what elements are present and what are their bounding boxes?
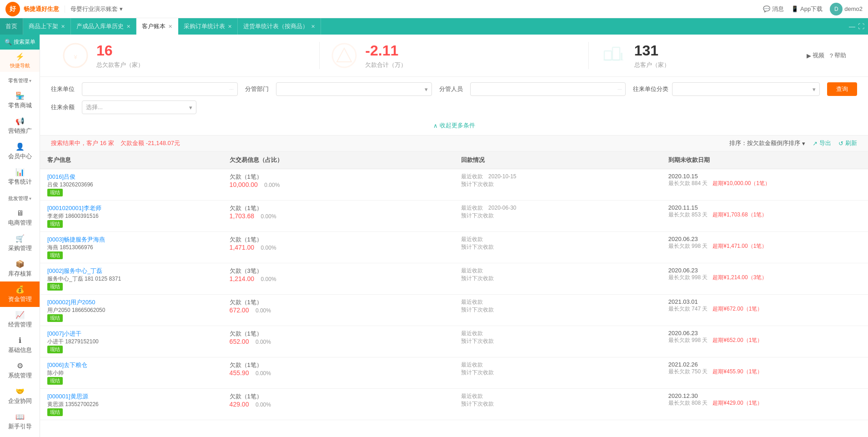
sidebar-item-app-center[interactable]: 🔧 应用中心 xyxy=(0,434,40,437)
debt-amount[interactable]: 10,000.00 xyxy=(230,181,258,188)
from-unit-input[interactable]: ··· xyxy=(82,82,238,96)
unit-class-select[interactable]: ▾ xyxy=(672,82,820,96)
filter-area: 往来单位 ··· 分管部门 ▾ 分管人员 ··· xyxy=(40,77,868,136)
sidebar-item-retail-mall[interactable]: 🏪 零售商城 xyxy=(0,88,40,113)
overdue-link[interactable]: 超期¥1,214.00（3笔） xyxy=(712,274,767,281)
sidebar-item-retail-stats[interactable]: 📊 零售统计 xyxy=(0,164,40,190)
recovery-cell: 最近收款 2020-10-15 预计下次收款 xyxy=(454,169,661,201)
next-payment-label: 预计下次收款 xyxy=(461,243,653,251)
overdue-days: 最长欠款 853 天 xyxy=(668,211,708,218)
debt-amount[interactable]: 652.00 xyxy=(230,338,249,345)
person-input[interactable]: ··· xyxy=(470,82,626,96)
user-profile[interactable]: D demo2 xyxy=(830,3,863,15)
tab-product-shelf[interactable]: 商品上下架 ✕ xyxy=(23,18,71,35)
sidebar-item-wholesale-mgmt[interactable]: 批发管理 ▾ xyxy=(0,191,40,206)
app-download-btn[interactable]: 📱 App下载 xyxy=(791,5,823,13)
customer-name[interactable]: [0016]吕俊 xyxy=(47,173,215,181)
debt-amount[interactable]: 672.00 xyxy=(230,306,249,314)
next-payment-label: 预计下次收款 xyxy=(461,369,653,377)
customer-name[interactable]: [0003]畅捷服务尹海燕 xyxy=(47,236,215,244)
tab-close-icon[interactable]: ✕ xyxy=(61,24,65,30)
overdue-link[interactable]: 超期¥429.00（1笔） xyxy=(712,400,763,406)
debt-amount[interactable]: 455.90 xyxy=(230,369,249,377)
refresh-btn[interactable]: ↺ 刷新 xyxy=(838,139,857,147)
customer-name[interactable]: [0001020001]李老师 xyxy=(47,204,215,212)
debt-amount[interactable]: 1,471.00 xyxy=(230,244,255,251)
tab-stock-history[interactable]: 产成品入库单历史 ✕ xyxy=(71,18,136,35)
customer-name[interactable]: [000001]黄思源 xyxy=(47,392,215,401)
sidebar-item-ecommerce[interactable]: 🖥 电商管理 xyxy=(0,206,40,231)
sidebar-item-basic-info[interactable]: ℹ 基础信息 xyxy=(0,332,40,358)
sidebar-item-member[interactable]: 👤 会员中心 xyxy=(0,139,40,164)
video-btn[interactable]: ▶ 视频 xyxy=(807,51,824,60)
next-payment-label: 预计下次收款 xyxy=(461,212,653,220)
tab-close-icon[interactable]: ✕ xyxy=(228,24,232,30)
dept-select[interactable]: ▾ xyxy=(276,82,432,96)
overdue-link[interactable]: 超期¥672.00（1笔） xyxy=(712,306,763,312)
overdue-days: 最长欠款 884 天 xyxy=(668,180,708,186)
sidebar-item-marketing[interactable]: 📢 营销推广 xyxy=(0,113,40,139)
help-btn[interactable]: ? 帮助 xyxy=(830,51,846,60)
tab-close-icon[interactable]: ✕ xyxy=(126,24,130,30)
sidebar-item-collab[interactable]: 🤝 企业协同 xyxy=(0,383,40,409)
customer-table: 客户信息 欠交易信息（占比） 回款情况 到期未收款日期 [0016]吕俊 吕俊 … xyxy=(40,151,868,420)
recovery-cell: 最近收款 预计下次收款 xyxy=(454,263,661,295)
table-row: [0006]去下粮仓 陈小帅 现结 欠款（1笔） 455.90 0.00% 最近… xyxy=(40,357,868,389)
customer-name[interactable]: [0006]去下粮仓 xyxy=(47,361,215,369)
tab-home[interactable]: 首页 xyxy=(0,18,23,35)
overdue-link[interactable]: 超期¥10,000.00（1笔） xyxy=(712,180,770,186)
sidebar-search[interactable]: 🔍 搜索菜单 xyxy=(0,35,40,50)
overdue-cell: 2020.12.30 最长欠款 808 天 超期¥429.00（1笔） xyxy=(661,389,868,420)
sidebar-item-guide[interactable]: 📖 新手引导 xyxy=(0,409,40,434)
overdue-link[interactable]: 超期¥652.00（1笔） xyxy=(712,337,763,343)
debt-count: 欠款（1笔） xyxy=(230,204,447,212)
customer-name[interactable]: [0002]服务中心_丁磊 xyxy=(47,267,215,275)
balance-select[interactable]: 选择... ▾ xyxy=(82,100,196,114)
sort-selector[interactable]: 排序：按欠款金额倒序排序 ▾ xyxy=(729,139,805,147)
overdue-link[interactable]: 超期¥455.90（1笔） xyxy=(712,368,763,375)
debt-amount[interactable]: 1,214.00 xyxy=(230,275,255,282)
balance-label: 往来余额 xyxy=(51,103,78,111)
tab-close-icon[interactable]: ✕ xyxy=(168,24,172,30)
overdue-days: 最长欠款 808 天 xyxy=(668,400,708,406)
overdue-link[interactable]: 超期¥1,703.68（1笔） xyxy=(712,211,767,218)
sidebar-item-retail-mgmt[interactable]: 零售管理 ▾ xyxy=(0,74,40,88)
tab-minimize-icon[interactable]: — xyxy=(849,23,855,30)
overdue-days: 最长欠款 998 天 xyxy=(668,274,708,281)
company-selector[interactable]: 母婴行业演示账套 ▾ xyxy=(70,5,123,13)
next-payment-label: 预计下次收款 xyxy=(461,306,653,314)
collapse-filters-btn[interactable]: ∧ 收起更多条件 xyxy=(51,119,857,130)
recovery-cell: 最近收款 预计下次收款 xyxy=(454,326,661,357)
debt-amount[interactable]: 429.00 xyxy=(230,401,249,408)
tab-maximize-icon[interactable]: ⛶ xyxy=(858,23,864,30)
message-btn[interactable]: 💬 消息 xyxy=(763,5,784,13)
debt-amount[interactable]: 1,703.68 xyxy=(230,212,255,220)
export-btn[interactable]: ↗ 导出 xyxy=(813,139,831,147)
results-header: 搜索结果中，客户 16 家 欠款金额 -21,148.07元 排序：按欠款金额倒… xyxy=(40,136,868,151)
customer-phone: 陈小帅 xyxy=(47,369,215,377)
overdue-days: 最长欠款 747 天 xyxy=(668,306,708,312)
search-button[interactable]: 查询 xyxy=(827,82,857,96)
tab-purchase-stats[interactable]: 采购订单统计表 ✕ xyxy=(178,18,238,35)
filter-from-unit: 往来单位 ··· xyxy=(51,82,238,96)
sidebar-item-inventory[interactable]: 📦 库存核算 xyxy=(0,256,40,281)
sidebar-item-finance[interactable]: 💰 资金管理 xyxy=(0,281,40,307)
sidebar: 🔍 搜索菜单 ⚡ 快捷导航 零售管理 ▾ 🏪 零售商城 📢 营销推广 👤 会员中… xyxy=(0,35,40,437)
customer-cell: [0003]畅捷服务尹海燕 海燕 18513066976 现结 xyxy=(40,232,222,263)
tab-close-icon[interactable]: ✕ xyxy=(311,24,315,30)
debt-pct: 0.00% xyxy=(256,370,271,377)
overdue-link[interactable]: 超期¥1,471.00（1笔） xyxy=(712,243,767,249)
customer-name[interactable]: [0007]小进干 xyxy=(47,330,215,338)
debtors-icon: ¥ xyxy=(62,42,89,69)
customer-name[interactable]: [000002]用户2050 xyxy=(47,298,215,306)
svg-rect-6 xyxy=(621,53,622,60)
sidebar-item-system[interactable]: ⚙ 系统管理 xyxy=(0,358,40,383)
total-customers-label: 总客户（家） xyxy=(634,61,670,69)
tab-customer-account[interactable]: 客户账本 ✕ xyxy=(136,18,178,35)
tab-stock-stats[interactable]: 进货单统计表（按商品） ✕ xyxy=(238,18,321,35)
next-payment-label: 预计下次收款 xyxy=(461,337,653,345)
sidebar-item-purchase[interactable]: 🛒 采购管理 xyxy=(0,231,40,256)
filter-person: 分管人员 ··· xyxy=(439,82,626,96)
sidebar-quick-nav[interactable]: ⚡ 快捷导航 xyxy=(0,50,40,72)
sidebar-item-operations[interactable]: 📈 经营管理 xyxy=(0,307,40,332)
